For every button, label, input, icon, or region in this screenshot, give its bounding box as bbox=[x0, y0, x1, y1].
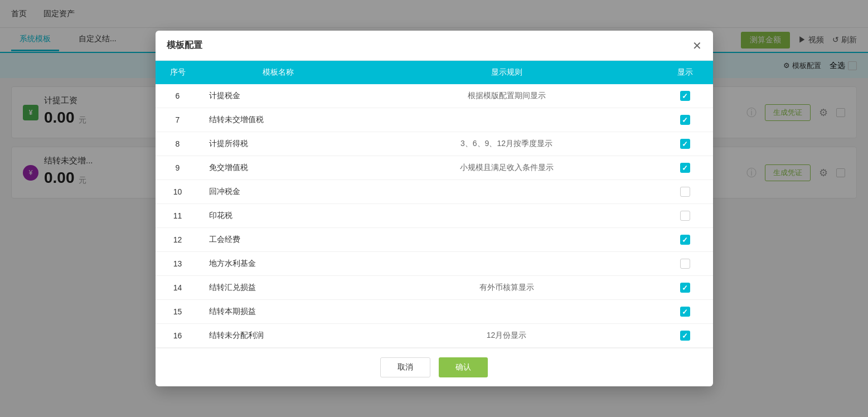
cell-seq: 10 bbox=[156, 180, 200, 204]
config-table: 序号 模板名称 显示规则 显示 6计提税金根据模版配置期间显示7结转未交增值税8… bbox=[156, 61, 713, 348]
cell-seq: 15 bbox=[156, 300, 200, 324]
cell-display bbox=[657, 84, 713, 108]
table-row: 16结转未分配利润12月份显示 bbox=[156, 324, 713, 348]
cell-rule: 12月份显示 bbox=[356, 324, 657, 348]
checkbox-8[interactable] bbox=[680, 139, 690, 149]
cell-display bbox=[657, 132, 713, 156]
cell-rule bbox=[356, 300, 657, 324]
cell-seq: 9 bbox=[156, 156, 200, 180]
checkbox-12[interactable] bbox=[680, 235, 690, 245]
cell-name: 结转本期损益 bbox=[200, 300, 356, 324]
checkbox-9[interactable] bbox=[680, 163, 690, 173]
cell-seq: 6 bbox=[156, 84, 200, 108]
col-name: 模板名称 bbox=[200, 61, 356, 84]
cell-rule bbox=[356, 180, 657, 204]
cell-seq: 12 bbox=[156, 228, 200, 252]
checkbox-15[interactable] bbox=[680, 307, 690, 317]
cell-display bbox=[657, 276, 713, 300]
modal-overlay: 模板配置 ✕ 序号 模板名称 显示规则 显示 6计提税金根据模版配置期间显示7结… bbox=[0, 0, 868, 417]
col-display: 显示 bbox=[657, 61, 713, 84]
cell-display bbox=[657, 252, 713, 276]
cell-rule: 有外币核算显示 bbox=[356, 276, 657, 300]
table-row: 6计提税金根据模版配置期间显示 bbox=[156, 84, 713, 108]
checkbox-11[interactable] bbox=[680, 211, 690, 221]
cell-seq: 11 bbox=[156, 204, 200, 228]
modal-title: 模板配置 bbox=[167, 40, 202, 51]
col-rule: 显示规则 bbox=[356, 61, 657, 84]
checkbox-13[interactable] bbox=[680, 259, 690, 269]
table-header-row: 序号 模板名称 显示规则 显示 bbox=[156, 61, 713, 84]
cell-display bbox=[657, 108, 713, 132]
cell-display bbox=[657, 156, 713, 180]
cell-name: 回冲税金 bbox=[200, 180, 356, 204]
table-row: 9免交增值税小规模且满足收入条件显示 bbox=[156, 156, 713, 180]
cell-seq: 14 bbox=[156, 276, 200, 300]
cell-display bbox=[657, 180, 713, 204]
cell-rule bbox=[356, 252, 657, 276]
cell-rule: 小规模且满足收入条件显示 bbox=[356, 156, 657, 180]
cell-seq: 16 bbox=[156, 324, 200, 348]
cell-seq: 7 bbox=[156, 108, 200, 132]
table-row: 7结转未交增值税 bbox=[156, 108, 713, 132]
cell-name: 工会经费 bbox=[200, 228, 356, 252]
modal-close-button[interactable]: ✕ bbox=[692, 40, 702, 51]
checkbox-14[interactable] bbox=[680, 283, 690, 293]
cell-name: 计提税金 bbox=[200, 84, 356, 108]
cell-rule: 根据模版配置期间显示 bbox=[356, 84, 657, 108]
cell-display bbox=[657, 324, 713, 348]
table-row: 13地方水利基金 bbox=[156, 252, 713, 276]
table-row: 10回冲税金 bbox=[156, 180, 713, 204]
modal-header: 模板配置 ✕ bbox=[156, 31, 713, 61]
cell-rule: 3、6、9、12月按季度显示 bbox=[356, 132, 657, 156]
table-row: 11印花税 bbox=[156, 204, 713, 228]
cell-name: 计提所得税 bbox=[200, 132, 356, 156]
table-row: 15结转本期损益 bbox=[156, 300, 713, 324]
checkbox-6[interactable] bbox=[680, 91, 690, 101]
cell-name: 结转汇兑损益 bbox=[200, 276, 356, 300]
cell-name: 结转未分配利润 bbox=[200, 324, 356, 348]
modal-footer: 取消 确认 bbox=[156, 348, 713, 386]
modal-body: 序号 模板名称 显示规则 显示 6计提税金根据模版配置期间显示7结转未交增值税8… bbox=[156, 61, 713, 348]
checkbox-10[interactable] bbox=[680, 187, 690, 197]
template-config-modal: 模板配置 ✕ 序号 模板名称 显示规则 显示 6计提税金根据模版配置期间显示7结… bbox=[156, 31, 713, 386]
cancel-button[interactable]: 取消 bbox=[380, 357, 430, 377]
col-seq: 序号 bbox=[156, 61, 200, 84]
cell-rule bbox=[356, 108, 657, 132]
cell-display bbox=[657, 204, 713, 228]
checkbox-16[interactable] bbox=[680, 331, 690, 341]
cell-name: 地方水利基金 bbox=[200, 252, 356, 276]
table-row: 14结转汇兑损益有外币核算显示 bbox=[156, 276, 713, 300]
table-row: 12工会经费 bbox=[156, 228, 713, 252]
table-row: 8计提所得税3、6、9、12月按季度显示 bbox=[156, 132, 713, 156]
cell-name: 结转未交增值税 bbox=[200, 108, 356, 132]
checkbox-7[interactable] bbox=[680, 115, 690, 125]
confirm-button[interactable]: 确认 bbox=[439, 357, 488, 377]
cell-seq: 8 bbox=[156, 132, 200, 156]
cell-display bbox=[657, 228, 713, 252]
cell-seq: 13 bbox=[156, 252, 200, 276]
cell-name: 免交增值税 bbox=[200, 156, 356, 180]
cell-display bbox=[657, 300, 713, 324]
cell-name: 印花税 bbox=[200, 204, 356, 228]
cell-rule bbox=[356, 204, 657, 228]
cell-rule bbox=[356, 228, 657, 252]
